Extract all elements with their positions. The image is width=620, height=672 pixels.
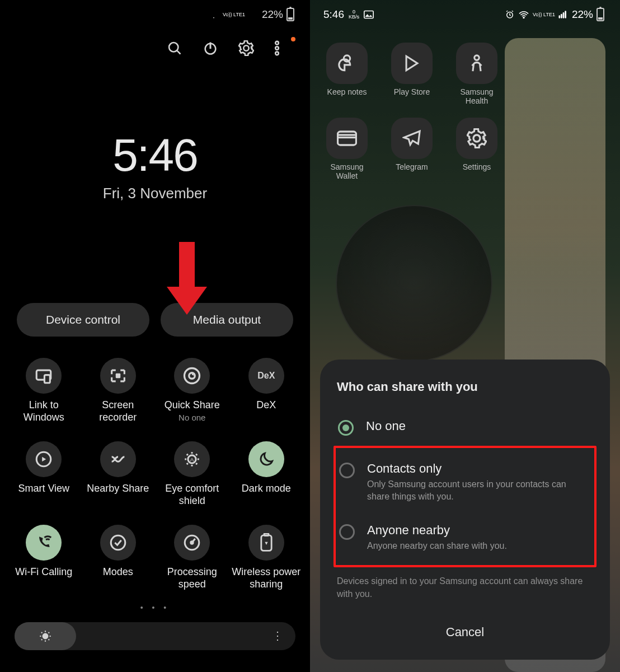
svg-point-5: [275, 46, 279, 50]
tile-wireless-power-sharing[interactable]: Wireless power sharing: [229, 525, 304, 590]
kebab-menu-icon[interactable]: [274, 40, 290, 56]
tile-modes[interactable]: Modes: [81, 525, 156, 590]
sheet-note: Devices signed in to your Samsung accoun…: [337, 575, 593, 600]
brightness-handle[interactable]: [15, 622, 76, 650]
tile-quick-share[interactable]: Quick ShareNo one: [155, 358, 229, 423]
tile-link-to-windows[interactable]: Link to Windows: [7, 358, 81, 423]
search-icon[interactable]: [167, 40, 182, 56]
panel-top-actions: [0, 29, 310, 67]
tile-dex[interactable]: DeX DeX: [229, 358, 304, 423]
option-no-one[interactable]: No one: [337, 409, 593, 446]
status-bar: Vo)) LTE1 22%: [0, 0, 310, 29]
status-bar: 5:46 0KB/s Vo)) LTE1 22%: [310, 0, 620, 29]
tile-wifi-calling[interactable]: Wi-Fi Calling: [7, 525, 81, 590]
svg-rect-8: [45, 375, 50, 383]
sheet-title: Who can share with you: [337, 380, 593, 394]
radio-selected-icon: [338, 420, 354, 436]
data-speed: 0KB/s: [349, 10, 359, 20]
radio-unselected-icon: [339, 524, 355, 540]
picture-icon: [364, 10, 374, 19]
option-anyone-nearby[interactable]: Anyone nearby Anyone nearby can share wi…: [338, 513, 592, 562]
svg-point-1: [213, 17, 214, 18]
app-samsung-health[interactable]: Samsung Health: [450, 43, 504, 105]
battery-icon: [286, 8, 294, 21]
quick-share-sheet-screen: 5:46 0KB/s Vo)) LTE1 22% Keep notes Play…: [310, 0, 620, 672]
app-play-store[interactable]: Play Store: [385, 43, 439, 105]
wifi-icon: [518, 10, 529, 19]
lte-indicator: Vo)) LTE1: [223, 12, 245, 17]
clock-widget: [336, 205, 492, 362]
svg-point-6: [275, 52, 279, 55]
app-samsung-wallet[interactable]: Samsung Wallet: [320, 118, 374, 180]
tile-dark-mode[interactable]: Dark mode: [229, 441, 304, 507]
status-time: 5:46: [323, 8, 344, 21]
tile-processing-speed[interactable]: Processing speed: [155, 525, 229, 590]
svg-point-15: [111, 536, 125, 550]
home-apps: Keep notes Play Store Samsung Health Sam…: [310, 29, 620, 180]
option-contacts-only[interactable]: Contacts only Only Samsung account users…: [338, 451, 592, 512]
clock-time: 5:46: [0, 129, 310, 181]
svg-point-4: [275, 41, 279, 45]
alarm-icon: [195, 10, 205, 20]
battery-pct: 22%: [572, 8, 593, 21]
svg-point-24: [475, 55, 480, 60]
tile-smart-view[interactable]: Smart View: [7, 441, 81, 507]
app-keep-notes[interactable]: Keep notes: [320, 43, 374, 105]
clock-area: 5:46 Fri, 3 November: [0, 129, 310, 202]
power-icon[interactable]: [203, 40, 218, 56]
svg-rect-21: [364, 11, 373, 18]
device-control-button[interactable]: Device control: [17, 303, 149, 337]
cancel-button[interactable]: Cancel: [337, 619, 593, 645]
annotation-highlight: Contacts only Only Samsung account users…: [334, 446, 596, 567]
alarm-icon: [505, 10, 515, 20]
page-indicator: • • •: [0, 603, 310, 612]
battery-icon: [596, 8, 604, 21]
brightness-slider[interactable]: ⋮: [15, 622, 295, 650]
svg-point-20: [43, 633, 48, 638]
signal-icon: [248, 10, 259, 19]
svg-text:A: A: [190, 456, 194, 463]
svg-point-10: [185, 368, 200, 384]
tile-nearby-share[interactable]: Nearby Share: [81, 441, 156, 507]
app-telegram[interactable]: Telegram: [385, 118, 439, 180]
settings-gear-icon[interactable]: [238, 40, 254, 56]
svg-point-23: [523, 17, 524, 18]
tile-screen-recorder[interactable]: Screen recorder: [81, 358, 156, 423]
tile-eye-comfort-shield[interactable]: A Eye comfort shield: [155, 441, 229, 507]
annotation-arrow: [167, 242, 200, 320]
quick-settings-panel: Vo)) LTE1 22% 5:46 Fri, 3 November Devic…: [0, 0, 310, 672]
app-settings[interactable]: Settings: [450, 118, 504, 180]
signal-icon: [558, 10, 569, 19]
brightness-menu-icon[interactable]: ⋮: [272, 629, 283, 642]
battery-pct: 22%: [262, 8, 283, 21]
lte-indicator: Vo)) LTE1: [533, 12, 555, 17]
radio-unselected-icon: [339, 463, 355, 478]
wifi-icon: [208, 10, 219, 19]
svg-rect-9: [116, 374, 121, 379]
quick-share-sheet: Who can share with you No one Contacts o…: [320, 360, 610, 660]
svg-point-17: [191, 542, 193, 544]
svg-rect-26: [338, 135, 356, 138]
svg-point-2: [169, 43, 178, 52]
clock-date: Fri, 3 November: [0, 185, 310, 202]
